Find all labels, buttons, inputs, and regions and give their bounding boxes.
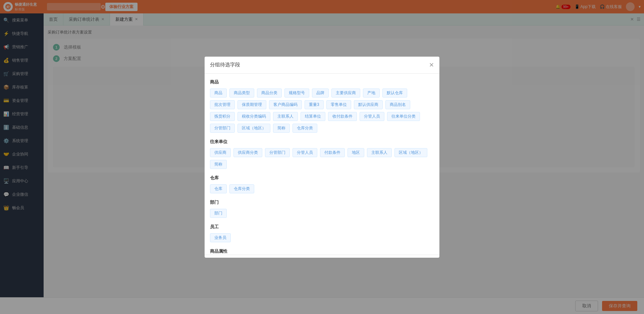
field-tag-area[interactable]: 地区 [347, 148, 364, 157]
modal-body[interactable]: 商品 商品 商品类型 商品分类 规格型号 品牌 主要供应商 产地 默认仓库 批次… [205, 74, 439, 255]
employee-section-title: 员工 [210, 224, 434, 230]
employee-field-grid: 业务员 [210, 233, 434, 242]
field-tag-product-type[interactable]: 商品类型 [229, 88, 254, 98]
product-section-title: 商品 [210, 79, 434, 85]
field-tag-partner-dept[interactable]: 分管部门 [265, 148, 290, 157]
field-tag-region[interactable]: 区域（地区） [237, 124, 270, 133]
partner-section: 往来单位 供应商 供应商分类 分管部门 分管人员 付款条件 地区 主联系人 区域… [210, 139, 434, 169]
field-tag-default-supplier[interactable]: 默认供应商 [354, 100, 383, 109]
field-tag-supplier-category[interactable]: 供应商分类 [233, 148, 262, 157]
field-tag-partner-manager[interactable]: 分管人员 [292, 148, 317, 157]
department-section: 部门 部门 [210, 199, 434, 218]
field-tag-manager[interactable]: 分管人员 [360, 112, 384, 121]
field-tag-short-name[interactable]: 简称 [273, 124, 290, 133]
product-attr-section: 商品属性 属性 颜色 多规格 尺码 鞋码 1 [210, 248, 434, 255]
field-tag-warehouse-category[interactable]: 仓库分类 [292, 124, 317, 133]
field-tag-tax-code[interactable]: 税收分类编码 [237, 112, 270, 121]
product-section: 商品 商品 商品类型 商品分类 规格型号 品牌 主要供应商 产地 默认仓库 批次… [210, 79, 434, 133]
modal-dialog: 分组待选字段 ✕ 商品 商品 商品类型 商品分类 规格型号 品牌 主要供应商 产… [205, 57, 439, 258]
field-tag-brand[interactable]: 品牌 [312, 88, 329, 98]
field-tag-spec-model[interactable]: 规格型号 [284, 88, 309, 98]
field-tag-partner-region[interactable]: 区域（地区） [394, 148, 427, 157]
modal-overlay[interactable]: 分组待选字段 ✕ 商品 商品 商品类型 商品分类 规格型号 品牌 主要供应商 产… [0, 0, 644, 314]
partner-field-grid: 供应商 供应商分类 分管部门 分管人员 付款条件 地区 主联系人 区域（地区） … [210, 148, 434, 169]
field-tag-settlement-unit[interactable]: 结算单位 [301, 112, 325, 121]
field-tag-main-contact[interactable]: 主联系人 [273, 112, 298, 121]
modal-title: 分组待选字段 [210, 62, 240, 68]
field-tag-supplier[interactable]: 供应商 [210, 148, 231, 157]
field-tag-retail-unit[interactable]: 零售单位 [326, 100, 351, 109]
field-tag-weight[interactable]: 重量3 [305, 100, 324, 109]
modal-horizontal-scrollbar[interactable] [205, 255, 439, 257]
warehouse-section: 仓库 仓库 仓库分类 [210, 175, 434, 193]
field-tag-shelf-life[interactable]: 保质期管理 [237, 100, 266, 109]
field-tag-product-category[interactable]: 商品分类 [257, 88, 282, 98]
modal-close-button[interactable]: ✕ [429, 61, 434, 69]
field-tag-main-supplier[interactable]: 主要供应商 [331, 88, 360, 98]
field-tag-salesperson[interactable]: 业务员 [210, 233, 231, 242]
field-tag-product[interactable]: 商品 [210, 88, 227, 98]
field-tag-origin[interactable]: 产地 [363, 88, 380, 98]
field-tag-warehouse-cat[interactable]: 仓库分类 [229, 184, 254, 193]
warehouse-section-title: 仓库 [210, 175, 434, 181]
field-tag-partner-category[interactable]: 往来单位分类 [387, 112, 420, 121]
field-tag-customer-code[interactable]: 客户商品编码 [269, 100, 302, 109]
field-tag-picking-points[interactable]: 拣货积分 [210, 112, 235, 121]
field-tag-batch-manage[interactable]: 批次管理 [210, 100, 235, 109]
field-tag-product-alias[interactable]: 商品别名 [385, 100, 410, 109]
field-tag-partner-payment[interactable]: 付款条件 [320, 148, 345, 157]
field-tag-warehouse[interactable]: 仓库 [210, 184, 227, 193]
department-section-title: 部门 [210, 199, 434, 205]
partner-section-title: 往来单位 [210, 139, 434, 145]
warehouse-field-grid: 仓库 仓库分类 [210, 184, 434, 193]
department-field-grid: 部门 [210, 209, 434, 218]
employee-section: 员工 业务员 [210, 224, 434, 242]
field-tag-dept[interactable]: 分管部门 [210, 124, 235, 133]
field-tag-partner-short[interactable]: 简称 [210, 160, 227, 169]
field-tag-default-warehouse[interactable]: 默认仓库 [382, 88, 407, 98]
field-tag-payment-terms[interactable]: 收付款条件 [328, 112, 357, 121]
product-field-grid: 商品 商品类型 商品分类 规格型号 品牌 主要供应商 产地 默认仓库 批次管理 … [210, 88, 434, 133]
product-attr-section-title: 商品属性 [210, 248, 434, 254]
field-tag-partner-contact[interactable]: 主联系人 [367, 148, 392, 157]
modal-header: 分组待选字段 ✕ [205, 57, 439, 74]
field-tag-department[interactable]: 部门 [210, 209, 227, 218]
